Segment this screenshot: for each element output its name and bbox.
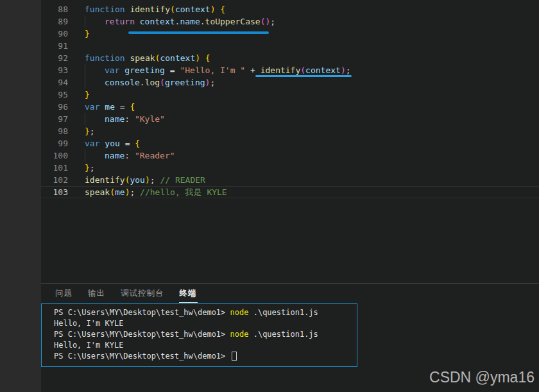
code-token: PS C:\Users\MY\Desktop\test_hw\demo1> [54, 330, 230, 339]
line-number[interactable]: 88 [41, 3, 68, 15]
code-token: context [175, 4, 210, 14]
code-token: } [85, 90, 90, 99]
code-token: toUpperCase [205, 17, 261, 26]
panel-tabs: 问题输出调试控制台终端 [55, 285, 198, 302]
terminal-row: PS C:\Users\MY\Desktop\test_hw\demo1> [54, 351, 357, 362]
code-token: "Reader" [135, 151, 175, 160]
line-content: function identify(context) { [85, 3, 225, 15]
code-token: { [135, 139, 140, 148]
code-token: .\question1.js [248, 308, 318, 317]
code-token: log [145, 78, 160, 87]
line-content: name: "Reader" [85, 149, 175, 162]
code-token: ; [130, 187, 140, 197]
code-line-103[interactable]: 103speak(me); //hello, 我是 KYLE [41, 186, 539, 198]
code-token: ( [160, 78, 165, 87]
code-line-89[interactable]: 89return context.name.toUpperCase(); [41, 15, 539, 28]
code-token: context [140, 17, 175, 26]
line-number[interactable]: 89 [41, 15, 68, 28]
code-token: ; [150, 175, 160, 185]
code-token: ; [210, 78, 215, 87]
code-line-91[interactable]: 91 [41, 40, 539, 52]
terminal-box[interactable]: PS C:\Users\MY\Desktop\test_hw\demo1> no… [41, 303, 357, 367]
panel-tab-2[interactable]: 调试控制台 [120, 285, 165, 302]
code-token: ) [145, 175, 150, 185]
code-token: function [85, 4, 130, 14]
line-number[interactable]: 93 [41, 64, 68, 76]
code-token: greeting [165, 78, 205, 87]
code-token: function [85, 53, 130, 63]
indent-guide [85, 15, 105, 28]
terminal-row: Hello, I'm KYLE [54, 318, 357, 329]
line-number[interactable]: 99 [41, 137, 68, 149]
watermark: CSDN @yma16 [429, 369, 535, 386]
code-line-95[interactable]: 95} [41, 89, 539, 101]
indent-guide [85, 76, 105, 89]
line-number[interactable]: 95 [41, 89, 68, 101]
code-line-96[interactable]: 96var me = { [41, 101, 539, 113]
code-token: ; [346, 65, 351, 75]
line-number[interactable]: 96 [41, 101, 68, 113]
code-line-92[interactable]: 92function speak(context) { [41, 52, 539, 64]
code-token: name [180, 17, 200, 26]
line-number[interactable]: 103 [41, 186, 68, 198]
code-token: ; [270, 17, 275, 26]
line-content: var greeting = "Hello, I'm " + identify(… [85, 64, 351, 76]
code-token: } [85, 163, 90, 173]
code-token: me [115, 187, 125, 197]
indent-guide [85, 64, 105, 76]
line-number[interactable]: 102 [41, 174, 68, 186]
code-line-97[interactable]: 97name: "Kyle" [41, 113, 539, 125]
line-number[interactable]: 100 [41, 149, 68, 162]
code-token: //hello, 我是 KYLE [140, 187, 227, 197]
panel-tab-3[interactable]: 终端 [179, 285, 198, 303]
line-number[interactable]: 90 [41, 28, 68, 40]
terminal-row: PS C:\Users\MY\Desktop\test_hw\demo1> no… [54, 329, 357, 340]
line-number[interactable]: 101 [41, 162, 68, 174]
code-token: . [140, 78, 145, 87]
code-token: Hello, I'm KYLE [54, 341, 123, 350]
code-line-100[interactable]: 100name: "Reader" [41, 149, 539, 162]
line-content: speak(me); //hello, 我是 KYLE [85, 186, 227, 198]
code-line-94[interactable]: 94console.log(greeting); [41, 76, 539, 89]
line-content: identify(you); // READER [85, 174, 205, 186]
code-line-101[interactable]: 101}; [41, 162, 539, 174]
terminal-row: PS C:\Users\MY\Desktop\test_hw\demo1> no… [54, 307, 357, 318]
line-content: }; [85, 162, 95, 174]
panel-tab-1[interactable]: 输出 [87, 285, 106, 302]
code-token: identify [85, 175, 125, 185]
line-number[interactable]: 97 [41, 113, 68, 125]
code-token: you [105, 139, 124, 148]
code-editor[interactable]: 88function identify(context) {89return c… [41, 0, 539, 283]
code-token: return [105, 17, 140, 26]
code-line-98[interactable]: 98}; [41, 125, 539, 137]
code-token: ( [300, 65, 305, 75]
code-line-99[interactable]: 99var you = { [41, 137, 539, 149]
workbench: 88function identify(context) {89return c… [41, 0, 539, 392]
code-token: // READER [160, 175, 205, 185]
line-number[interactable]: 98 [41, 125, 68, 137]
code-token: { [130, 102, 135, 112]
code-line-93[interactable]: 93var greeting = "Hello, I'm " + identif… [41, 64, 539, 76]
line-number[interactable]: 94 [41, 76, 68, 89]
line-number[interactable]: 92 [41, 52, 68, 64]
line-content: name: "Kyle" [85, 113, 165, 125]
code-token: { [200, 53, 210, 63]
terminal-cursor [232, 352, 237, 361]
code-token: ) [341, 65, 346, 75]
code-token: var [105, 65, 124, 75]
code-line-88[interactable]: 88function identify(context) { [41, 3, 539, 15]
code-token: = [125, 139, 135, 148]
code-line-90[interactable]: 90} [41, 28, 539, 40]
code-token: "Kyle" [135, 114, 165, 124]
panel-tab-0[interactable]: 问题 [55, 285, 73, 302]
code-token: : [124, 114, 135, 124]
code-token: ( [110, 187, 115, 197]
code-line-102[interactable]: 102identify(you); // READER [41, 174, 539, 186]
code-token: ; [90, 163, 95, 173]
code-token: ) [195, 53, 200, 63]
code-token: var [85, 102, 105, 112]
line-number[interactable]: 91 [41, 40, 68, 52]
code-token: PS C:\Users\MY\Desktop\test_hw\demo1> [54, 352, 230, 361]
code-token: } [85, 126, 90, 136]
code-token: = [120, 102, 130, 112]
